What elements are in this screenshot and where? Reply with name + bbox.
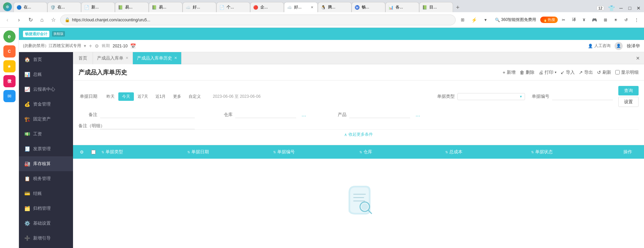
- warehouse-filter-input[interactable]: [235, 111, 296, 118]
- tab-item-10[interactable]: 🐧 腾...: [318, 2, 352, 12]
- game-button[interactable]: 🎮: [589, 16, 600, 24]
- select-all-checkbox[interactable]: [91, 150, 96, 154]
- action-import[interactable]: ↙ 导入: [560, 69, 575, 75]
- tab-item-11[interactable]: Ⓜ️ 畅...: [352, 2, 385, 12]
- nav-item-reports[interactable]: 📈 云报表中心: [19, 82, 73, 97]
- note-filter-input[interactable]: [100, 111, 195, 118]
- nav-item-inventory[interactable]: 🏭 库存核算: [19, 156, 73, 171]
- action-add[interactable]: + 新增: [503, 69, 516, 75]
- show-detail-checkbox[interactable]: 显示明细: [615, 69, 639, 75]
- date-tab-1month[interactable]: 近1月: [152, 92, 170, 101]
- nav-item-general[interactable]: 📊 总账: [19, 67, 73, 82]
- breadcrumb-list-close[interactable]: ✕: [125, 56, 128, 60]
- maximize-button[interactable]: □: [626, 4, 634, 12]
- tab-item-1[interactable]: 🔵 在...: [14, 2, 47, 12]
- grid-button[interactable]: ⊞: [601, 16, 610, 24]
- minimize-button[interactable]: ─: [617, 4, 625, 12]
- date-tab-yesterday[interactable]: 昨天: [103, 92, 118, 101]
- number-filter-input[interactable]: [552, 93, 613, 100]
- url-bar[interactable]: 🔒 https://cloud.chanjet.com/accounting/u…: [60, 15, 456, 25]
- date-tab-7days[interactable]: 近7天: [134, 92, 152, 101]
- sidebar-icon-mail[interactable]: ✉: [3, 90, 16, 102]
- settings-button[interactable]: ⋮: [632, 16, 641, 24]
- column-cost[interactable]: ⇅ 总成本: [443, 149, 528, 155]
- column-checkbox[interactable]: [88, 150, 99, 154]
- date-tab-more[interactable]: 更多: [169, 92, 185, 101]
- nav-item-tax[interactable]: 📋 税务管理: [19, 171, 73, 186]
- yuan-button[interactable]: ¥: [580, 16, 588, 24]
- add-account-button[interactable]: +: [89, 43, 92, 49]
- tab-item-7[interactable]: 📄 个...: [216, 2, 250, 12]
- action-delete[interactable]: 🗑 删除: [520, 69, 534, 75]
- settings-icon[interactable]: ⚙: [95, 43, 99, 49]
- forward-button[interactable]: ›: [14, 15, 24, 25]
- column-gear[interactable]: ⚙: [76, 150, 88, 155]
- tab-item-8[interactable]: 🔴 企...: [250, 2, 284, 12]
- date-tab-today[interactable]: 今天: [118, 92, 134, 101]
- calendar-icon[interactable]: 📅: [130, 43, 136, 49]
- warehouse-dots[interactable]: ...: [299, 112, 309, 118]
- column-date[interactable]: ⇅ 单据日期: [185, 149, 270, 155]
- refresh-button[interactable]: ↻: [26, 15, 35, 25]
- user-service[interactable]: 👤 人工咨询: [588, 43, 611, 49]
- hot-search-badge[interactable]: 🔥热搜: [540, 17, 558, 23]
- close-window-button[interactable]: ✕: [635, 4, 643, 12]
- account-dropdown-arrow[interactable]: ▾: [84, 43, 86, 48]
- dropdown-button[interactable]: ▾: [481, 15, 490, 25]
- nav-item-invoice[interactable]: 🧾 发票管理: [19, 141, 73, 156]
- product-filter-input[interactable]: [349, 111, 410, 118]
- sidebar-icon-360[interactable]: e: [3, 30, 16, 43]
- bookmark-button[interactable]: ☆: [49, 15, 58, 25]
- nav-item-archive[interactable]: 🗂️ 归档管理: [19, 201, 73, 216]
- breadcrumb-list-tab[interactable]: 产成品入库单 ✕: [93, 52, 133, 64]
- new-tab-button[interactable]: +: [453, 3, 462, 12]
- extensions-button[interactable]: ⊞: [458, 15, 467, 25]
- lightning-button[interactable]: ⚡: [469, 15, 479, 25]
- nav-item-fixed[interactable]: 🏗️ 固定资产: [19, 112, 73, 127]
- brightness-button[interactable]: ☀: [611, 16, 620, 24]
- tab-close-9[interactable]: ✕: [309, 5, 315, 10]
- nav-item-basic[interactable]: ⚙️ 基础设置: [19, 216, 73, 231]
- date-tab-custom[interactable]: 自定义: [185, 92, 205, 101]
- column-type[interactable]: ⇅ 单据类型: [99, 149, 185, 155]
- scissors-icon[interactable]: ✂: [559, 16, 568, 24]
- breadcrumb-history-tab[interactable]: 产成品入库单历史 ✕: [133, 52, 182, 64]
- query-button[interactable]: 查询: [618, 86, 639, 95]
- action-print[interactable]: 🖨 打印 ▾: [539, 69, 556, 75]
- refresh2-button[interactable]: ↺: [622, 16, 630, 24]
- back-button[interactable]: ‹: [3, 15, 12, 25]
- breadcrumb-history-close[interactable]: ✕: [174, 56, 177, 60]
- note-detail-filter-input[interactable]: [100, 122, 195, 129]
- translate-button[interactable]: 译: [569, 16, 579, 24]
- action-export[interactable]: ↗ 导出: [579, 69, 593, 75]
- tab-item-3[interactable]: 📄 新...: [81, 2, 115, 12]
- tab-item-13[interactable]: 📗 目...: [419, 2, 453, 12]
- column-status[interactable]: ⇅ 单据状态: [528, 149, 614, 155]
- nav-item-home[interactable]: 🏠 首页: [19, 52, 73, 67]
- panel-close-button[interactable]: ✕: [635, 54, 641, 62]
- home-button[interactable]: ⌂: [37, 15, 47, 25]
- tab-item-5[interactable]: 📗 易...: [149, 2, 183, 12]
- tab-item-4[interactable]: 📗 易...: [115, 2, 149, 12]
- tab-item-6[interactable]: ☁️ 好...: [183, 2, 216, 12]
- action-refresh[interactable]: ↺ 刷新: [597, 69, 611, 75]
- column-number[interactable]: ⇅ 单据编号: [270, 149, 356, 155]
- collapse-button[interactable]: ∧ 收起更多条件: [344, 132, 373, 137]
- settings-button[interactable]: 设置: [618, 97, 639, 107]
- type-filter-dropdown[interactable]: ▾: [457, 93, 525, 100]
- user-avatar[interactable]: 👤: [615, 42, 623, 50]
- detail-checkbox-input[interactable]: [615, 70, 620, 74]
- tab-item-12[interactable]: 📊 各...: [385, 2, 419, 12]
- sidebar-icon-chanjet[interactable]: C: [3, 45, 16, 58]
- column-warehouse[interactable]: ⇅ 仓库: [357, 149, 443, 155]
- breadcrumb-home[interactable]: 首页: [73, 52, 93, 64]
- sidebar-icon-weibo[interactable]: 微: [3, 75, 16, 87]
- nav-item-capital[interactable]: 💰 资金管理: [19, 97, 73, 112]
- nav-item-settle[interactable]: 💳 结账: [19, 186, 73, 201]
- nav-item-payroll[interactable]: 💵 工资: [19, 127, 73, 141]
- nav-item-new[interactable]: ➕ 新增引导: [19, 231, 73, 246]
- tab-item-9[interactable]: ☁️ 好... ✕: [284, 2, 318, 12]
- tab-item-2[interactable]: 🛡️ 在...: [47, 2, 81, 12]
- product-dots[interactable]: ...: [413, 112, 423, 118]
- sidebar-icon-star[interactable]: ★: [3, 60, 16, 72]
